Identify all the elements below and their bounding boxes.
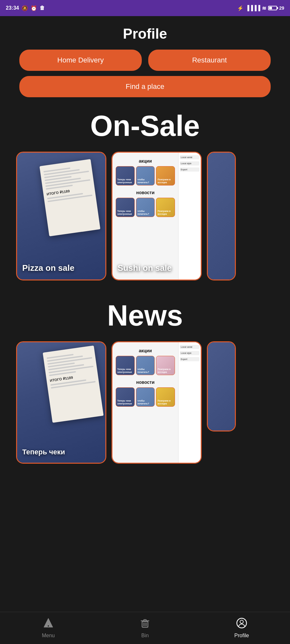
page-title: Profile [0, 16, 290, 50]
profile-icon [236, 618, 247, 631]
новости-label-2: новости [116, 380, 175, 385]
status-left: 23:34 🔕 ⏰ 🗑 [6, 5, 45, 11]
bin-label: Bin [141, 633, 149, 639]
status-right: ⚡ ▐▐▐▐ ≋ 29 [237, 5, 284, 11]
grid2-item-4: Теперь чеки электронные [116, 387, 135, 407]
on-sale-title: On-Sale [0, 97, 290, 148]
grid-item-3: Поиграем в ассоциа [156, 166, 175, 185]
wifi-icon: ≋ [262, 5, 266, 11]
news-title: News [0, 287, 290, 338]
sushi-sale-card[interactable]: Local variat Local style Export акции Те… [111, 152, 202, 280]
partial-news-card[interactable] [207, 341, 236, 431]
bottom-nav: Menu Bin Profile [0, 612, 290, 644]
signal-icon: ▐▐▐▐ [246, 5, 260, 11]
sushi-sale-label: Sushi on sale [118, 263, 196, 273]
news-card-2[interactable]: Local variat Local style Export акции Те… [111, 341, 202, 464]
nav-profile[interactable]: Profile [193, 612, 290, 644]
sidebar-item-2-1: Local variat [180, 345, 199, 349]
sidebar-item-3: Export [180, 167, 199, 172]
grid-item-1: Теперь чеки электронные [116, 166, 135, 185]
grid-item-6: Поиграем в ассоциа [156, 198, 175, 217]
svg-point-8 [240, 620, 243, 623]
battery-fill [269, 7, 272, 9]
grid2-item-6: Поиграем в ассоциа [156, 387, 175, 407]
svg-rect-3 [144, 620, 146, 621]
grid2-item-3: Поиграем в ассоциа [156, 356, 175, 375]
buttons-section: Home Delivery Restaurant Find a place [0, 50, 290, 97]
акции-label-2: акции [116, 348, 175, 353]
grid-item-2: чтобы почитать? [136, 166, 155, 185]
pizza-sale-label: Pizza on sale [22, 263, 100, 273]
grid2-item-5: чтобы почитать? [136, 387, 155, 407]
mute-icon: 🔕 [22, 5, 28, 11]
nav-bin[interactable]: Bin [97, 612, 193, 644]
news-card-1[interactable]: ИТОГО ₽1189 Теперь чеки [16, 341, 106, 464]
time-display: 23:34 [6, 5, 19, 11]
news-cards: ИТОГО ₽1189 Теперь чеки Local variat Loc… [0, 338, 290, 473]
receipt-paper-2: ИТОГО ₽1189 [43, 346, 103, 423]
home-delivery-button[interactable]: Home Delivery [19, 50, 142, 71]
sidebar-item-2: Local style [180, 161, 199, 166]
app-sidebar-2: Local variat Local style Export [178, 342, 201, 463]
receipt-paper-1: ИТОГО ₽1189 [39, 159, 100, 236]
battery-percent: 29 [279, 5, 284, 11]
status-bar: 23:34 🔕 ⏰ 🗑 ⚡ ▐▐▐▐ ≋ 29 [0, 0, 290, 16]
sidebar-item-2-2: Local style [180, 351, 199, 355]
top-buttons-row: Home Delivery Restaurant [19, 50, 271, 71]
новости-grid-2: Теперь чеки электронные чтобы почитать? … [116, 387, 175, 407]
bluetooth-icon: ⚡ [237, 5, 244, 11]
sidebar-item-1: Local variat [180, 155, 199, 159]
partial-sale-card[interactable] [207, 152, 236, 280]
news-card-1-label: Теперь чеки [22, 448, 100, 456]
акции-label-1: акции [116, 158, 175, 164]
menu-label: Menu [42, 633, 55, 639]
акции-grid-2: Теперь чеки электронные чтобы почитать? … [116, 356, 175, 375]
grid-item-5: чтобы почитать? [136, 198, 155, 217]
grid-item-4: Теперь чеки электронные [116, 198, 135, 217]
profile-label: Profile [234, 633, 249, 639]
grid2-item-1: Теперь чеки электронные [116, 356, 135, 375]
nav-menu[interactable]: Menu [0, 612, 97, 644]
svg-point-0 [48, 625, 49, 627]
акции-grid: Теперь чеки электронные чтобы почитать? … [116, 166, 175, 185]
restaurant-button[interactable]: Restaurant [148, 50, 271, 71]
новости-grid: Теперь чеки электронные чтобы почитать? … [116, 198, 175, 217]
delete-icon: 🗑 [40, 5, 45, 11]
on-sale-cards: ИТОГО ₽1189 Pizza on sale Local variat L… [0, 148, 290, 287]
app-screenshot-1: Local variat Local style Export акции Те… [112, 153, 201, 279]
pizza-sale-card[interactable]: ИТОГО ₽1189 Pizza on sale [16, 152, 106, 280]
sidebar-item-2-3: Export [180, 357, 199, 361]
battery-icon [268, 6, 277, 10]
app-screenshot-2: Local variat Local style Export акции Те… [112, 342, 201, 463]
новости-label-1: новости [116, 190, 175, 195]
bin-icon [140, 618, 150, 631]
find-a-place-button[interactable]: Find a place [19, 76, 271, 97]
app-sidebar-1: Local variat Local style Export [178, 153, 201, 279]
alarm-icon: ⏰ [31, 5, 37, 11]
grid2-item-2: чтобы почитать? [136, 356, 155, 375]
spacer [0, 473, 290, 506]
menu-icon [43, 618, 54, 631]
